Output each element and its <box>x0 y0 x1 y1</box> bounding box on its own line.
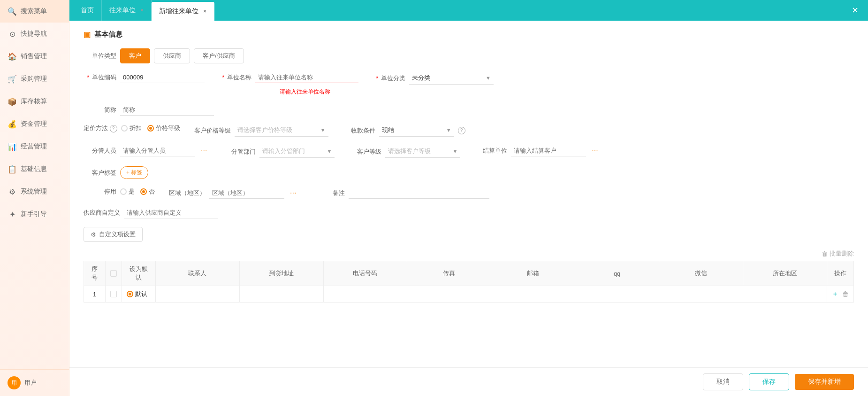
name-error-msg: 请输入往来单位名称 <box>280 88 330 96</box>
customer-price-level-select[interactable]: 请选择客户价格等级 ▼ <box>235 124 328 137</box>
sidebar-item-system[interactable]: ⚙ 系统管理 <box>0 180 69 203</box>
department-select[interactable]: 请输入分管部门 ▼ <box>259 145 335 158</box>
supplier-custom-input[interactable] <box>124 207 218 218</box>
save-and-new-button[interactable]: 保存并新增 <box>795 374 854 390</box>
settlement-dots-button[interactable]: ··· <box>590 147 600 155</box>
tab-partner[interactable]: 往来单位 × <box>102 0 152 21</box>
row-checkbox[interactable] <box>110 291 117 297</box>
pricing-discount[interactable]: 折扣 <box>121 124 142 132</box>
manager-input[interactable] <box>120 145 195 156</box>
pricing-discount-radio <box>121 125 128 132</box>
custom-settings-label: 自定义项设置 <box>99 230 136 239</box>
customer-level-select[interactable]: 请选择客户等级 ▼ <box>385 145 460 158</box>
col-address: 到货地址 <box>239 261 323 286</box>
add-tag-button[interactable]: + 标签 <box>120 166 148 179</box>
row-wechat-input[interactable] <box>664 291 738 298</box>
notes-input[interactable] <box>349 187 489 199</box>
col-contact: 联系人 <box>155 261 239 286</box>
row-qq[interactable] <box>575 286 659 303</box>
sidebar-item-finance[interactable]: 💰 资金管理 <box>0 113 69 135</box>
payment-terms-select[interactable]: 现结 ▼ <box>379 124 454 137</box>
settlement-input[interactable] <box>511 145 586 156</box>
sidebar-item-operations[interactable]: 📊 经营管理 <box>0 135 69 158</box>
department-cell: 分管部门 请输入分管部门 ▼ <box>223 145 335 158</box>
tab-home[interactable]: 首页 <box>73 0 102 21</box>
tab-new-partner[interactable]: 新增往来单位 × <box>152 2 214 21</box>
tab-new-partner-label: 新增往来单位 <box>159 7 198 16</box>
save-button[interactable]: 保存 <box>749 373 789 390</box>
sidebar-item-quick-nav[interactable]: ⊙ 快捷导航 <box>0 23 69 45</box>
cancel-button[interactable]: 取消 <box>703 373 743 390</box>
abbreviation-cell: 简称 <box>84 104 214 116</box>
quick-nav-icon: ⊙ <box>8 29 17 39</box>
region-dots-button[interactable]: ··· <box>288 189 298 197</box>
header-checkbox[interactable] <box>110 270 117 277</box>
department-placeholder: 请输入分管部门 <box>262 147 305 155</box>
row-default-label: 默认 <box>135 290 147 298</box>
section-basic-info: ▣ 基本信息 <box>84 30 854 39</box>
tab-new-partner-close[interactable]: × <box>203 8 206 15</box>
row-phone-input[interactable] <box>328 291 403 298</box>
pricing-help-icon[interactable]: ? <box>110 125 117 132</box>
table-row: 1 默认 <box>84 286 854 303</box>
sidebar-label-operations: 经营管理 <box>21 142 47 151</box>
window-close-button[interactable]: ✕ <box>846 5 864 16</box>
row-region[interactable] <box>743 286 827 303</box>
sidebar-label-quick-nav: 快捷导航 <box>21 30 47 38</box>
row-contact[interactable] <box>155 286 239 303</box>
department-label: 分管部门 <box>223 148 256 156</box>
row-qq-input[interactable] <box>580 291 654 298</box>
abbreviation-input[interactable] <box>120 104 214 116</box>
row-contact-input[interactable] <box>160 291 235 298</box>
row-add-button[interactable]: ＋ <box>832 290 838 298</box>
payment-terms-help-icon[interactable]: ? <box>458 127 465 134</box>
sidebar-item-search[interactable]: 🔍 搜索菜单 <box>0 0 69 23</box>
customer-price-level-label: 客户价格等级 <box>194 126 231 135</box>
row-address[interactable] <box>239 286 323 303</box>
sidebar-item-basics[interactable]: 📋 基础信息 <box>0 158 69 180</box>
row-fax[interactable] <box>407 286 491 303</box>
pricing-price-level[interactable]: 价格等级 <box>147 124 180 132</box>
row-address-input[interactable] <box>244 291 319 298</box>
category-required-star: * <box>376 75 378 82</box>
tags-row: 客户标签 + 标签 <box>84 166 854 179</box>
supplier-custom-label: 供应商自定义 <box>84 209 120 217</box>
row-delete-button[interactable]: 🗑 <box>842 290 849 298</box>
sidebar-label-search: 搜索菜单 <box>21 7 47 16</box>
sidebar-label-guide: 新手引导 <box>21 210 47 218</box>
category-arrow-icon: ▼ <box>486 75 491 81</box>
code-input[interactable] <box>120 72 205 83</box>
payment-terms-label: 收款条件 <box>343 126 375 135</box>
category-value: 未分类 <box>412 74 486 82</box>
unit-type-row: 单位类型 客户 供应商 客户/供应商 <box>84 48 854 63</box>
col-phone: 电话号码 <box>323 261 407 286</box>
row-region-input[interactable] <box>748 291 822 298</box>
manager-dots-button[interactable]: ··· <box>199 147 209 155</box>
custom-settings-button[interactable]: ⚙ 自定义项设置 <box>84 227 143 242</box>
disabled-yes[interactable]: 是 <box>120 187 135 196</box>
sidebar-item-inventory[interactable]: 📦 库存核算 <box>0 90 69 113</box>
tab-partner-close[interactable]: × <box>140 7 144 14</box>
row-email-input[interactable] <box>496 291 570 298</box>
name-input[interactable] <box>255 72 358 83</box>
customer-level-label: 客户等级 <box>349 148 381 156</box>
category-select[interactable]: 未分类 ▼ <box>409 72 494 85</box>
batch-delete-label[interactable]: 批量删除 <box>830 249 854 258</box>
row-fax-input[interactable] <box>412 291 486 298</box>
sidebar-item-sales[interactable]: 🏠 销售管理 <box>0 45 69 68</box>
row-default-radio[interactable] <box>127 291 133 297</box>
row-phone[interactable] <box>323 286 407 303</box>
col-qq: qq <box>575 261 659 286</box>
disabled-no[interactable]: 否 <box>140 187 155 196</box>
row-email[interactable] <box>491 286 575 303</box>
code-label: * 单位编码 <box>84 73 116 82</box>
notes-cell: 备注 <box>312 187 489 199</box>
row-wechat[interactable] <box>659 286 743 303</box>
unit-btn-customer[interactable]: 客户 <box>120 48 150 63</box>
sidebar-item-guide[interactable]: ✦ 新手引导 <box>0 203 69 225</box>
unit-btn-both[interactable]: 客户/供应商 <box>194 48 244 63</box>
region-input[interactable] <box>209 187 284 199</box>
unit-btn-supplier[interactable]: 供应商 <box>154 48 190 63</box>
row-seq: 1 <box>84 286 106 303</box>
sidebar-item-purchase[interactable]: 🛒 采购管理 <box>0 68 69 90</box>
